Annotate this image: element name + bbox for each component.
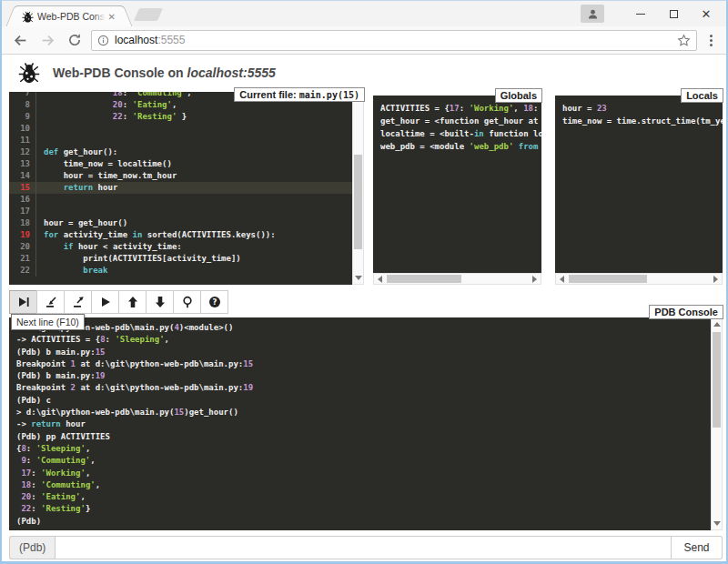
locals-horizontal-scrollbar[interactable] [555,273,723,285]
scrollbar-thumb[interactable] [354,155,362,249]
current-file-panel: Current file: main.py(15) 7 18: 'Commuti… [9,92,364,285]
help-button[interactable]: ? [200,290,228,314]
scroll-right-arrow[interactable] [532,276,537,283]
scroll-down-arrow[interactable] [355,276,362,280]
line-number[interactable]: 17 [9,206,36,217]
console-line: (Pdb) pp ACTIVITIES [16,431,703,443]
code-text: def get_hour(): [36,146,117,158]
minimize-button[interactable] [624,3,657,25]
tab-favicon-bug-icon [22,11,34,23]
line-number[interactable]: 20 [9,241,36,253]
line-number[interactable]: 13 [9,158,36,170]
globals-horizontal-scrollbar[interactable] [373,273,541,285]
maximize-icon [670,10,678,18]
code-text [36,194,44,206]
next-line-button[interactable] [9,290,37,314]
browser-tab[interactable]: Web-PDB Console on loc ✕ [16,5,122,26]
close-button[interactable]: ✕ [690,3,723,25]
globals-line: get_hour = <function get_hour at 0 [380,115,534,127]
line-number[interactable]: 11 [9,135,36,146]
console-line: (Pdb) c [16,395,703,407]
app-header: Web-PDB Console on localhost:5555 [2,55,726,90]
tooltip: Next line (F10) [11,314,85,330]
help-icon: ? [208,296,221,308]
scroll-left-arrow[interactable] [560,276,564,283]
line-number[interactable]: 14 [9,170,36,182]
browser-window: Web-PDB Console on loc ✕ ✕ [0,0,728,564]
line-number[interactable]: 8 [9,99,36,111]
code-text: break [36,265,107,277]
scrollbar-thumb[interactable] [569,275,647,283]
stack-down-button[interactable] [146,290,174,314]
editor-line: 22 break [9,265,352,277]
editor-line: 19for activity_time in sorted(ACTIVITIES… [9,229,352,241]
forward-button[interactable] [36,29,58,51]
console-vertical-scrollbar[interactable] [711,317,723,530]
console-line: (Pdb) b main.py:15 [16,347,703,358]
console-line: 18: 'Commuting', [16,479,703,491]
console-line: (Pdb) [16,516,703,528]
globals-label: Globals [495,88,542,103]
code-text: if hour < activity_time: [36,241,182,253]
globals-content: ACTIVITIES = {17: 'Working', 18: 'get_ho… [373,96,541,273]
code-text: 18: 'Commuting', [36,92,192,99]
return-button[interactable] [64,290,92,314]
line-number[interactable]: 16 [9,194,36,206]
stack-up-button[interactable] [118,290,147,314]
next-line-icon [17,296,30,308]
console-line: 17: 'Working', [16,468,703,479]
back-button[interactable] [9,29,31,51]
line-number-breakpoint[interactable]: 19 [9,229,36,241]
line-number-breakpoint[interactable]: 15 [9,182,36,194]
scroll-down-arrow[interactable] [713,521,721,526]
editor-line: 13 time_now = localtime() [9,158,352,170]
where-button[interactable] [173,290,201,314]
maximize-button[interactable] [657,3,690,25]
line-number[interactable]: 21 [9,253,36,265]
locals-content: hour = 23time_now = time.struct_time(tm_… [555,96,723,273]
scroll-up-arrow[interactable] [713,322,721,327]
editor-vertical-scrollbar[interactable] [352,92,364,285]
console-line: 22: 'Resting'} [16,503,703,515]
scrollbar-thumb[interactable] [713,332,721,428]
up-arrow-icon [126,296,139,308]
editor-line: 9 22: 'Resting' } [9,111,352,123]
locals-panel: Locals hour = 23time_now = time.struct_t… [555,96,723,285]
profile-button[interactable] [581,5,604,23]
code-text: hour = time_now.tm_hour [36,170,177,182]
window-controls: ✕ [581,1,723,26]
line-number[interactable]: 18 [9,217,36,229]
line-number[interactable]: 12 [9,146,36,158]
continue-icon [99,296,112,308]
info-icon[interactable] [97,35,109,46]
editor-line: 15 return hour [9,182,352,194]
editor-line: 21 print(ACTIVITIES[activity_time]) [9,253,352,265]
scroll-right-arrow[interactable] [713,276,718,283]
console-line: -> ACTIVITIES = {8: 'Sleeping', [16,334,703,346]
line-number[interactable]: 7 [9,92,36,99]
editor-line: 16 [9,194,352,206]
location-pin-icon [181,296,194,308]
command-input-row: (Pdb) Send [9,536,723,559]
scrollbar-thumb[interactable] [387,275,461,283]
line-number[interactable]: 22 [9,265,36,277]
continue-button[interactable] [91,290,119,314]
browser-menu-button[interactable] [703,35,719,46]
address-bar[interactable]: localhost:5555 [91,30,697,51]
console-line: 9: 'Commuting', [16,455,703,467]
console-line: (Pdb) b main.py:19 [16,370,703,382]
svg-text:?: ? [212,297,217,307]
bookmark-star-icon[interactable] [677,34,691,47]
step-into-button[interactable] [36,290,65,314]
return-icon [72,296,85,308]
profile-icon [587,8,599,20]
tab-close-icon[interactable]: ✕ [106,11,118,23]
line-number[interactable]: 9 [9,111,36,123]
line-number[interactable]: 10 [9,123,36,135]
command-input[interactable] [55,536,672,559]
new-tab-button[interactable] [134,8,163,21]
scroll-left-arrow[interactable] [378,276,382,283]
send-button[interactable]: Send [672,536,723,559]
console-output: > d:\git\python-web-pdb\main.py(4)<modul… [9,317,711,530]
refresh-button[interactable] [64,29,86,51]
